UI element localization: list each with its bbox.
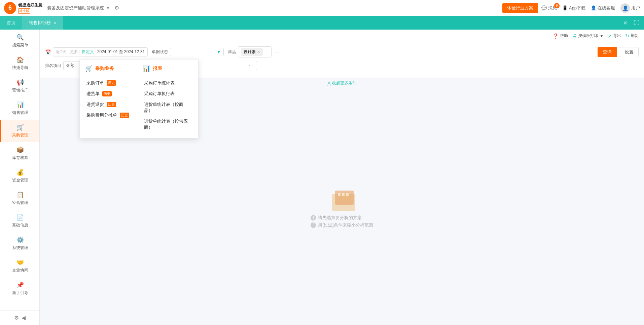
- export-btn[interactable]: ↗ 导出: [608, 33, 621, 39]
- action-buttons: 查询 设置: [598, 47, 639, 57]
- sidebar-settings-btn[interactable]: ⚙: [14, 315, 19, 321]
- sidebar-item-sales[interactable]: 📊 销售管理: [0, 97, 39, 120]
- sidebar-item-finance[interactable]: 💰 资金管理: [0, 165, 39, 187]
- purchase-icon: 🛒: [16, 124, 24, 131]
- purchase-dropdown-menu: 🛒 采购业务 采购订单 历史 进货单 历史 进货退货 历史 采购费用分摊单: [79, 59, 199, 138]
- user-btn[interactable]: 👤 用户: [620, 3, 640, 13]
- sidebar-item-nav[interactable]: 🏠 快捷导航: [0, 52, 39, 75]
- report-col: 📊 报表 采购订单统计表 采购订单执行表 进货单统计表（按商品） 进货单统计表（…: [143, 65, 193, 133]
- system-settings-btn[interactable]: ⚙: [112, 3, 121, 13]
- purchase-col-icon: 🛒: [85, 65, 93, 72]
- print-btn[interactable]: 🖨 按模板打印 ▼: [572, 33, 604, 39]
- goods-filter: 商品 设计素 ✕: [228, 46, 272, 57]
- sales-icon: 📊: [16, 101, 24, 109]
- sidebar-item-marketing[interactable]: 📢 营销推广: [0, 75, 39, 97]
- history-badge-2: 历史: [107, 102, 116, 107]
- message-btn[interactable]: 💬 消息 9: [541, 5, 557, 11]
- bill-status-dropdown-icon: ▼: [217, 49, 221, 54]
- purchase-col: 🛒 采购业务 采购订单 历史 进货单 历史 进货退货 历史 采购费用分摊单: [85, 65, 136, 133]
- menu-item-receipt[interactable]: 进货单 历史: [85, 88, 136, 99]
- user-avatar: 👤: [620, 3, 630, 13]
- basic-icon: 📄: [16, 214, 24, 221]
- history-badge-3: 历史: [120, 113, 129, 118]
- online-service-btn[interactable]: 👤 在线客服: [591, 5, 615, 11]
- report-col-title: 📊 报表: [143, 65, 193, 74]
- menu-item-receipt-stats-supplier[interactable]: 进货单统计表（按供应商）: [143, 116, 193, 133]
- industry-btn[interactable]: 体验行业方案: [502, 3, 538, 13]
- message-icon: 💬: [541, 5, 547, 10]
- sidebar-item-system[interactable]: ⚙️ 系统管理: [0, 232, 39, 255]
- menu-item-order-exec[interactable]: 采购订单执行表: [143, 88, 193, 99]
- filter-settings-btn[interactable]: 设置: [620, 47, 639, 57]
- goods-tag-close[interactable]: ✕: [257, 50, 260, 54]
- sidebar-item-inventory[interactable]: 📦 库存核算: [0, 142, 39, 165]
- date-input[interactable]: 近7天 | 更多 | 自定义 2024-01-01 至 2024-12-31: [53, 47, 148, 56]
- tab-sales-rank[interactable]: 销售排行榜 ✕: [22, 16, 63, 30]
- refresh-icon: ↻: [625, 33, 629, 39]
- main-layout: 🔍 搜索菜单 🏠 快捷导航 📢 营销推广 📊 销售管理 🛒 采购管理 📦 库存核…: [0, 30, 644, 325]
- menu-item-receipt-stats-goods[interactable]: 进货单统计表（按商品）: [143, 99, 193, 116]
- tab-bar-right: ✕ ⛶: [620, 18, 644, 28]
- calendar-icon: 📅: [45, 49, 51, 55]
- sidebar-item-basic[interactable]: 📄 基础信息: [0, 210, 39, 232]
- phone-icon: 📱: [562, 5, 568, 10]
- logo-tag: 标准版: [18, 8, 42, 14]
- menu-item-expense[interactable]: 采购费用分摊单 历史: [85, 110, 136, 121]
- customer-input[interactable]: ···: [190, 61, 257, 70]
- sidebar: 🔍 搜索菜单 🏠 快捷导航 📢 营销推广 📊 销售管理 🛒 采购管理 📦 库存核…: [0, 30, 40, 325]
- tab-close-btn[interactable]: ✕: [53, 21, 57, 25]
- logo-text: 畅捷通好生意 标准版: [18, 2, 42, 14]
- inventory-icon: 📦: [16, 146, 24, 154]
- enterprise-icon: 🤝: [16, 259, 24, 266]
- goods-more-btn[interactable]: ···: [276, 49, 281, 55]
- sidebar-item-operation[interactable]: 📋 经营管理: [0, 187, 39, 210]
- top-right: 💬 消息 9 📱 App下载 👤 在线客服 👤 用户: [541, 3, 640, 13]
- history-badge-1: 历史: [102, 91, 112, 96]
- tab-close-all-btn[interactable]: ✕: [620, 18, 630, 28]
- operation-icon: 📋: [16, 191, 24, 199]
- content-area: ❓ 帮助 🖨 按模板打印 ▼ ↗ 导出 ↻ 刷新 📅: [40, 30, 644, 325]
- col-divider: [139, 65, 139, 133]
- svg-rect-4: [342, 193, 345, 196]
- system-icon: ⚙️: [16, 236, 24, 244]
- empty-illustration: [325, 184, 359, 211]
- system-dropdown-btn[interactable]: ▼: [106, 6, 110, 10]
- filter-row-1: 📅 近7天 | 更多 | 自定义 2024-01-01 至 2024-12-31…: [45, 46, 639, 57]
- svg-rect-5: [346, 193, 349, 196]
- purchase-col-title: 🛒 采购业务: [85, 65, 136, 74]
- query-btn[interactable]: 查询: [598, 47, 617, 57]
- bill-status-filter: 单据状态 ▼: [152, 48, 224, 56]
- sidebar-item-search[interactable]: 🔍 搜索菜单: [0, 30, 39, 52]
- empty-text: 1 请先选择要分析的方案 2 用[过滤]条件来缩小分析范围: [311, 215, 373, 230]
- bill-status-select[interactable]: ▼: [170, 48, 224, 56]
- menu-item-purchase-order[interactable]: 采购订单 历史: [85, 78, 136, 88]
- service-icon: 👤: [591, 5, 596, 10]
- sidebar-item-purchase[interactable]: 🛒 采购管理: [0, 120, 39, 142]
- sidebar-bottom: ⚙ ◀: [0, 310, 39, 325]
- tab-expand-btn[interactable]: ⛶: [632, 18, 641, 28]
- home-icon: 🏠: [16, 56, 24, 64]
- export-icon: ↗: [608, 33, 612, 39]
- finance-icon: 💰: [16, 169, 24, 176]
- goods-tag: 设计素 ✕: [241, 48, 263, 56]
- refresh-btn[interactable]: ↻ 刷新: [625, 33, 639, 39]
- tab-home[interactable]: 首页: [0, 16, 22, 30]
- print-icon: 🖨: [572, 33, 577, 39]
- sidebar-collapse-btn[interactable]: ◀: [22, 315, 26, 321]
- newbie-icon: 📌: [16, 281, 24, 289]
- app-download-btn[interactable]: 📱 App下载: [562, 5, 585, 11]
- content-toolbar: ❓ 帮助 🖨 按模板打印 ▼ ↗ 导出 ↻ 刷新: [40, 30, 644, 42]
- help-btn[interactable]: ❓ 帮助: [553, 33, 568, 39]
- system-name: 装备及固定资产辅助管理系统 ▼ ⚙: [47, 3, 499, 13]
- report-col-icon: 📊: [143, 65, 150, 72]
- customer-more-btn[interactable]: ···: [249, 63, 254, 69]
- print-dropdown-icon: ▼: [600, 34, 604, 38]
- sidebar-item-newbie[interactable]: 📌 新手引导: [0, 277, 39, 300]
- message-badge: 9: [554, 3, 560, 8]
- goods-input[interactable]: 设计素 ✕: [238, 46, 272, 57]
- menu-item-return[interactable]: 进货退货 历史: [85, 99, 136, 110]
- sidebar-item-enterprise[interactable]: 🤝 企业协同: [0, 255, 39, 277]
- date-filter: 📅 近7天 | 更多 | 自定义 2024-01-01 至 2024-12-31: [45, 47, 148, 56]
- marketing-icon: 📢: [16, 79, 24, 86]
- menu-item-order-stats[interactable]: 采购订单统计表: [143, 78, 193, 88]
